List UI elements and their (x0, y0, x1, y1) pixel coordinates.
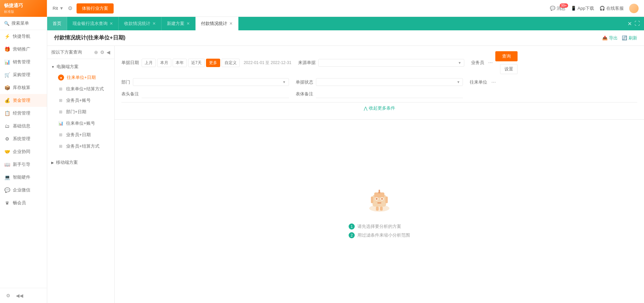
sidebar-item-finance[interactable]: 💰 资金管理 (0, 94, 47, 107)
collapse-sidebar-btn[interactable]: ◀◀ (16, 292, 24, 300)
sidebar-item-quick-nav[interactable]: ⚡ 快捷导航 (0, 30, 47, 43)
svg-rect-7 (377, 202, 381, 204)
date-btn-more[interactable]: 更多 (206, 59, 220, 67)
export-icon: 📤 (602, 35, 608, 40)
refresh-btn[interactable]: 🔄 刷新 (622, 35, 637, 41)
scheme-item-label: 业务员+账号 (66, 97, 91, 103)
sidebar-item-marketing[interactable]: 🎁 营销推广 (0, 43, 47, 56)
online-service-btn[interactable]: 🎧 在线客服 (599, 5, 624, 11)
filter-row-2: 部门 ▼ 单据状态 ▼ (121, 78, 637, 86)
user-avatar[interactable] (629, 4, 639, 13)
settings-gear-btn[interactable]: ⚙ (4, 292, 12, 300)
sidebar-item-operation[interactable]: 📋 经营管理 (0, 107, 47, 120)
mobile-arrow-icon: ▶ (51, 161, 54, 164)
app-label: App下载 (578, 5, 594, 11)
topbar-gear-icon[interactable]: ⚙ (68, 5, 72, 11)
date-btn-7days[interactable]: 近7天 (188, 59, 205, 67)
sidebar-logo: 畅捷通巧 标准版 (4, 3, 23, 14)
mobile-section-header[interactable]: ▶ 移动端方案 (47, 157, 114, 168)
partner-more-icon[interactable]: ··· (491, 79, 496, 85)
sidebar-item-label: 经营管理 (13, 110, 30, 116)
sidebar-item-guide[interactable]: 📖 新手引导 (0, 158, 47, 171)
employee-more-icon[interactable]: ··· (488, 60, 493, 66)
body-note-label: 表体备注 (296, 91, 313, 97)
desktop-section-label: 电脑端方案 (57, 64, 79, 70)
tab-new-plan[interactable]: 新建方案 ✕ (162, 17, 196, 30)
sidebar-item-system[interactable]: ⚙ 系统管理 (0, 132, 47, 145)
step1-text: 请先选择要分析的方案 (357, 222, 401, 231)
scheme-item-partner-settle[interactable]: ⊞ 往来单位+结算方式 (47, 83, 114, 95)
scheme-table-icon: ⊞ (58, 109, 63, 115)
scheme-item-partner-account[interactable]: 📊 往来单位+账号 (47, 118, 114, 129)
tab-bank[interactable]: 现金银行流水查询 ✕ (67, 17, 119, 30)
app-download-btn[interactable]: 📱 App下载 (571, 5, 594, 11)
tabbar: 首页 现金银行流水查询 ✕ 收款情况统计 ✕ 新建方案 ✕ 付款情况统计 ✕ ✕… (47, 17, 644, 30)
tab-home[interactable]: 首页 (47, 17, 67, 30)
scheme-panel-header: 按以下方案查询 ⊕ ⚙ ◀ (47, 46, 114, 59)
filter-main: 单据日期 上月 本月 本年 近7天 更多 自定义 2022-01-01 至 20… (115, 46, 644, 303)
message-btn[interactable]: 💬 消息 99+ (550, 5, 565, 11)
sidebar-item-wechat[interactable]: 💬 企业微信 (0, 184, 47, 196)
tabbar-actions: ✕ ⛶ (623, 17, 644, 30)
page-header: 付款情况统计(往来单位+日期) 📤 导出 🔄 刷新 (47, 30, 644, 46)
filter-settings-btn[interactable]: 设置 (500, 64, 518, 74)
source-select[interactable]: ▼ (318, 59, 464, 67)
sidebar-item-vip[interactable]: ♛ 畅会员 (0, 196, 47, 209)
dept-label: 部门 (121, 79, 130, 85)
logo-text: 畅捷通巧 (4, 3, 23, 9)
export-btn[interactable]: 📤 导出 (602, 35, 618, 41)
source-label: 来源单据 (298, 60, 316, 66)
receivable-tab-close-icon[interactable]: ✕ (152, 21, 156, 26)
date-range-text: 2022-01-01 至 2022-12-31 (244, 60, 291, 66)
tab-payment[interactable]: 付款情况统计 ✕ (196, 17, 238, 30)
company-selector[interactable]: Rit ▼ (53, 6, 64, 11)
tab-receivable[interactable]: 收款情况统计 ✕ (119, 17, 162, 30)
date-btn-this-month[interactable]: 本月 (157, 59, 171, 67)
status-select[interactable]: ▼ (316, 78, 463, 86)
header-note-input[interactable] (142, 90, 289, 98)
payment-tab-label: 付款情况统计 (201, 21, 227, 27)
bank-tab-label: 现金银行流水查询 (72, 21, 108, 27)
body-note-input[interactable] (316, 90, 463, 98)
new-plan-tab-close-icon[interactable]: ✕ (186, 21, 190, 26)
search-icon: 🔍 (4, 21, 9, 26)
query-btn[interactable]: 查询 (495, 51, 518, 61)
scheme-item-dept-date[interactable]: ⊞ 部门+日期 (47, 106, 114, 118)
sidebar-item-enterprise[interactable]: 🤝 企业协同 (0, 145, 47, 158)
sidebar-item-label: 资金管理 (13, 97, 30, 103)
close-all-tabs-icon[interactable]: ✕ (627, 21, 632, 27)
scheme-item-employee-account[interactable]: ⊞ 业务员+账号 (47, 95, 114, 106)
step2-text: 用过滤条件来缩小分析范围 (357, 231, 410, 240)
date-btn-custom[interactable]: 自定义 (222, 59, 240, 67)
dept-select[interactable]: ▼ (133, 78, 289, 86)
scheme-item-employee-date[interactable]: ⊞ 业务员+日期 (47, 129, 114, 141)
sidebar-item-basic[interactable]: 🗂 基础信息 (0, 120, 47, 132)
message-badge: 99+ (560, 3, 568, 8)
svg-rect-10 (376, 207, 379, 211)
dept-dropdown-icon: ▼ (283, 80, 286, 84)
scheme-table-icon: ⊞ (58, 86, 63, 92)
expand-tabs-icon[interactable]: ⛶ (635, 21, 640, 27)
search-menu-item[interactable]: 🔍 搜索菜单 (0, 17, 47, 30)
status-dropdown-icon: ▼ (457, 80, 460, 84)
date-btn-this-year[interactable]: 本年 (173, 59, 187, 67)
scheme-item-employee-settle[interactable]: ⊞ 业务员+结算方式 (47, 141, 114, 152)
sidebar-item-sales[interactable]: 📊 销售管理 (0, 56, 47, 68)
sidebar-item-label: 营销推广 (13, 46, 30, 52)
sidebar-item-purchase[interactable]: 🛒 采购管理 (0, 68, 47, 81)
scheme-settings-icon[interactable]: ⚙ (100, 50, 105, 55)
date-btn-last-month[interactable]: 上月 (142, 59, 156, 67)
scheme-panel-title: 按以下方案查询 (51, 49, 82, 55)
add-scheme-icon[interactable]: ⊕ (94, 50, 98, 55)
collapse-scheme-icon[interactable]: ◀ (107, 50, 110, 55)
payment-tab-close-icon[interactable]: ✕ (229, 21, 233, 26)
desktop-section-header[interactable]: ▼ 电脑端方案 (47, 62, 114, 72)
sidebar-item-inventory[interactable]: 📦 库存核算 (0, 81, 47, 94)
collapse-filter-btn[interactable]: ⋀ 收起更多条件 (121, 102, 637, 114)
trial-btn[interactable]: 体验行业方案 (77, 3, 114, 13)
bank-tab-close-icon[interactable]: ✕ (110, 21, 113, 26)
sidebar-item-hardware[interactable]: 💻 智能硬件 (0, 171, 47, 184)
scheme-item-partner-date[interactable]: ● 往来单位+日期 (47, 72, 114, 83)
mobile-scheme-section: ▶ 移动端方案 (47, 155, 114, 170)
receivable-tab-label: 收款情况统计 (124, 21, 150, 27)
